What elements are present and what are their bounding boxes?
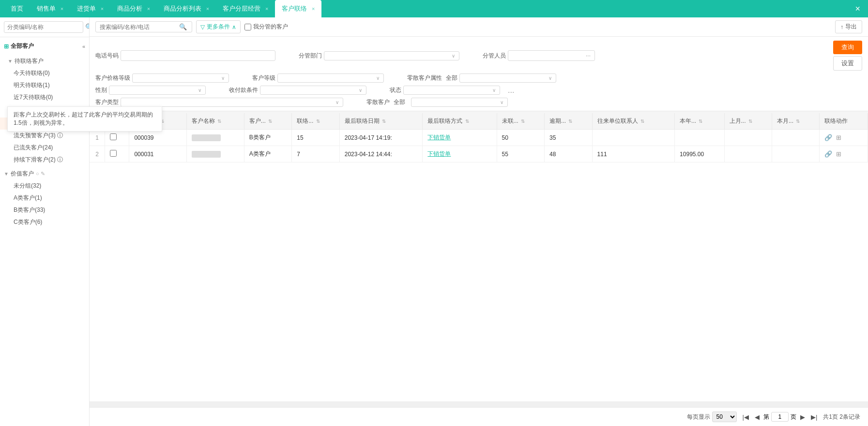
row-last-contact-method[interactable]: 下销货单 [423,146,497,162]
more-dots-icon[interactable]: ... [508,86,514,95]
sort-unit-icon: ⇅ [640,118,644,124]
th-contact[interactable]: 联络... ⇅ [292,113,339,130]
gender-arrow-icon: ∨ [198,88,201,93]
page-input[interactable] [771,412,789,422]
nav-close-product-analysis-list[interactable]: × [206,6,209,12]
sidebar-item-lost[interactable]: 已流失客户(24) [0,142,89,154]
my-customers-checkbox-area[interactable]: 我分管的客户 [244,23,288,31]
person-dots-icon[interactable]: ··· [586,52,591,59]
row-last-contact-date: 2023-04-17 14:19: [339,130,423,146]
nav-item-product-analysis[interactable]: 商品分析 × [110,0,157,17]
horizontal-scrollbar[interactable] [90,401,868,407]
content-area: 🔍 ▽ 更多条件 ∧ 我分管的客户 ↑ 导出 电话号码 [90,17,868,426]
first-page-button[interactable]: |◀ [741,412,751,422]
toolbar-search-icon[interactable]: 🔍 [179,23,187,30]
customer-type-select[interactable]: ∨ [121,98,343,107]
status-arrow-icon: ∨ [492,88,496,93]
contact-link-icon[interactable]: 🔗 [824,134,832,141]
payment-select[interactable]: ∨ [260,86,366,95]
row-code: 000039 [129,130,187,146]
dept-arrow-icon: ∨ [452,53,455,59]
nav-close-purchase[interactable]: × [101,6,104,12]
gender-select[interactable]: ∨ [109,86,206,95]
contact-method-link[interactable]: 下销货单 [427,134,451,141]
th-last-contact-method[interactable]: 最后联络方式 ⇅ [423,113,497,130]
sidebar-item-today[interactable]: 今天待联络(0) [0,67,89,79]
nav-item-home[interactable]: 首页 [4,0,30,17]
person-select[interactable]: ··· [508,50,595,61]
retail-select[interactable]: ∨ [411,98,508,107]
sidebar-item-ungroup[interactable]: 未分组(32) [0,180,89,192]
th-this-year[interactable]: 本年... ⇅ [675,113,724,130]
nav-item-customer-contact[interactable]: 客户联络 × [275,0,321,17]
th-overdue[interactable]: 逾期... ⇅ [545,113,592,130]
lost-preview-label: 流失预警客户(3) [14,132,56,139]
sidebar-search-input[interactable] [4,21,83,33]
th-last-month[interactable]: 上月... ⇅ [724,113,772,130]
nav-item-purchase[interactable]: 进货单 × [70,0,110,17]
nav-close-customer-tier[interactable]: × [265,6,268,12]
phone-input[interactable] [121,50,275,61]
row-this-year [675,130,724,146]
row-checkbox-cell[interactable] [105,146,129,162]
nav-close-sales[interactable]: × [61,6,63,12]
next-page-button[interactable]: ▶ [798,412,807,422]
last-page-button[interactable]: ▶| [809,412,819,422]
th-name[interactable]: 客户名称 ⇅ [187,113,244,130]
row-checkbox[interactable] [110,133,117,140]
window-close-button[interactable]: × [851,4,864,14]
nav-close-customer-contact[interactable]: × [312,6,315,12]
row-last-contact-method[interactable]: 下销货单 [423,130,497,146]
per-page-select[interactable]: 50 100 [712,411,737,422]
sidebar-item-tomorrow[interactable]: 明天待联络(1) [0,79,89,91]
export-button[interactable]: ↑ 导出 [835,20,862,33]
data-table: ⚙ 客户编码 ⇅ 客户名称 ⇅ 客户... ⇅ 联络... ⇅ 最后联络日期 ⇅… [90,113,868,162]
nav-item-customer-tier[interactable]: 客户分层经营 × [216,0,275,17]
status-select[interactable]: ∨ [403,86,500,95]
contact-link-icon[interactable]: 🔗 [824,150,832,158]
retail-label: 零散客户 [366,98,390,106]
query-button[interactable]: 查询 [833,41,862,54]
sidebar-collapse-icon[interactable]: « [82,44,85,49]
search-input[interactable] [100,24,177,30]
th-last-contact-date[interactable]: 最后联络日期 ⇅ [339,113,423,130]
customer-level-select[interactable]: ∨ [277,73,384,83]
sidebar-item-class-a[interactable]: A类客户(1) [0,192,89,204]
value-customer-header[interactable]: ▼ 价值客户 ○ ✎ [0,168,89,180]
sidebar-item-7days[interactable]: 近7天待联络(0) [0,91,89,103]
row-checkbox[interactable] [110,150,117,157]
prev-page-button[interactable]: ◀ [753,412,761,422]
th-this-month[interactable]: 本月... ⇅ [772,113,820,130]
payment-label: 收付款条件 [229,86,258,94]
contact-detail-icon[interactable]: ⊞ [836,150,841,158]
contact-detail-icon[interactable]: ⊞ [836,134,841,141]
sort-date-icon: ⇅ [382,118,386,124]
sidebar-item-class-c[interactable]: C类客户(6) [0,216,89,228]
edit-icon[interactable]: ○ ✎ [36,171,45,177]
sidebar-item-declining[interactable]: 持续下滑客户(2) ⓘ [0,154,89,166]
row-checkbox-cell[interactable] [105,130,129,146]
my-customers-checkbox[interactable] [244,24,251,30]
contact-method-link[interactable]: 下销货单 [427,150,451,157]
retail-attr-select[interactable]: ∨ [459,73,556,83]
dept-select[interactable]: ∨ [324,51,459,60]
more-conditions-button[interactable]: ▽ 更多条件 ∧ [196,20,241,33]
sidebar-all-customers[interactable]: ⊞ 全部客户 « [0,39,89,53]
sidebar-search-icon[interactable]: 🔍 [85,23,90,31]
settings-button[interactable]: 设置 [833,56,862,71]
row-unit-contacts [592,130,675,146]
nav-close-product-analysis[interactable]: × [147,6,150,12]
th-unit-contacts[interactable]: 往来单位联系人 ⇅ [592,113,675,130]
pending-contact-header[interactable]: ▼ 待联络客户 [0,55,89,67]
nav-item-sales[interactable]: 销售单 × [30,0,70,17]
nav-item-product-analysis-list[interactable]: 商品分析列表 × [157,0,216,17]
th-level[interactable]: 客户... ⇅ [244,113,291,130]
chevron-up-icon: ∧ [232,24,236,30]
sidebar-item-class-b[interactable]: B类客户(33) [0,204,89,216]
row-name [187,146,244,162]
pending-contact-label: 待联络客户 [15,57,44,65]
filter-customer-level: 客户等级 ∨ [252,73,384,83]
table-header-row: ⚙ 客户编码 ⇅ 客户名称 ⇅ 客户... ⇅ 联络... ⇅ 最后联络日期 ⇅… [90,113,868,130]
th-not-contacted[interactable]: 未联... ⇅ [497,113,544,130]
price-level-select[interactable]: ∨ [132,73,229,83]
